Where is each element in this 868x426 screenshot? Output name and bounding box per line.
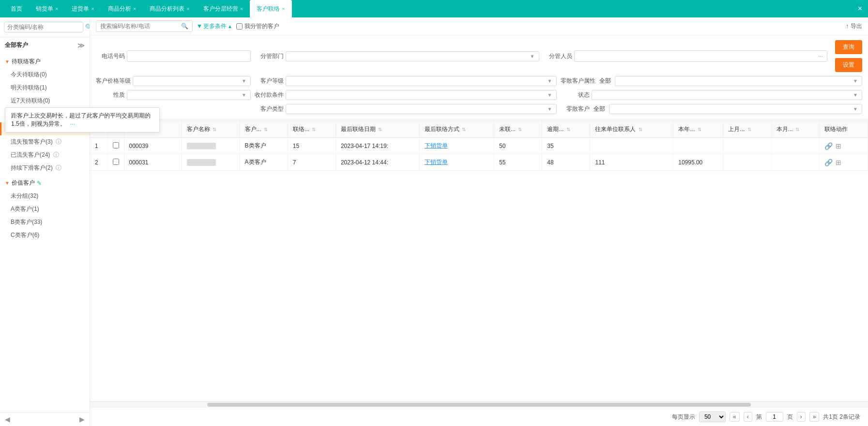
filter-search-input[interactable]	[100, 23, 181, 29]
col-method-sort[interactable]: ⇅	[462, 127, 466, 132]
row1-checkbox-cell[interactable]	[107, 138, 124, 154]
sidebar-value-edit-icon[interactable]: ✎	[37, 180, 42, 187]
col-this-month-sort[interactable]: ⇅	[795, 127, 799, 132]
phone-input[interactable]	[127, 50, 251, 62]
row1-checkbox[interactable]	[113, 142, 119, 148]
col-this-year: 本年... ⇅	[673, 121, 723, 138]
sidebar-pending-title[interactable]: ▼ 待联络客户	[0, 55, 90, 68]
col-overdue-sort[interactable]: ⇅	[566, 127, 570, 132]
sidebar-item-today-label: 今天待联络(0)	[11, 71, 47, 78]
row1-grid-icon[interactable]: ⊞	[836, 142, 841, 150]
prev-page-button[interactable]: ‹	[744, 412, 752, 422]
nav-product-analysis[interactable]: 商品分析 ×	[101, 0, 143, 17]
nav-product-list-label: 商品分析列表	[150, 5, 184, 13]
nav-sales[interactable]: 销货单 ×	[29, 0, 65, 17]
col-this-year-sort[interactable]: ⇅	[698, 127, 701, 132]
export-button[interactable]: ↑ 导出	[846, 22, 862, 30]
nav-sales-close[interactable]: ×	[55, 6, 58, 12]
row1-method-link[interactable]: 下销货单	[425, 142, 448, 149]
col-type-sort[interactable]: ⇅	[264, 127, 268, 132]
nav-customer-tier[interactable]: 客户分层经营 ×	[197, 0, 250, 17]
dept-label: 分管部门	[255, 52, 284, 60]
col-date-label: 最后联络日期	[341, 126, 376, 132]
my-customers-checkbox[interactable]	[236, 23, 243, 29]
row2-last-method[interactable]: 下销货单	[419, 154, 494, 171]
gender-chevron: ▼	[242, 92, 246, 98]
nav-product-list[interactable]: 商品分析列表 ×	[143, 0, 196, 17]
nav-purchase-close[interactable]: ×	[91, 6, 94, 12]
sidebar-scroll-left[interactable]: ◀	[5, 415, 10, 423]
gender-select[interactable]: ▼	[127, 90, 251, 100]
col-date-sort[interactable]: ⇅	[378, 127, 382, 132]
horizontal-scrollbar[interactable]	[90, 401, 868, 407]
filter-search-icon[interactable]: 🔍	[181, 23, 188, 29]
nav-product-analysis-close[interactable]: ×	[133, 6, 136, 12]
tooltip-box: 距客户上次交易时长，超过了此客户的平均交易周期的1.5倍，则视为异常。 ···	[90, 107, 160, 132]
nav-customer-contact-close[interactable]: ×	[282, 6, 285, 12]
more-conditions-button[interactable]: ▼ 更多条件 ▲	[197, 22, 232, 30]
sidebar-bottom: ◀ ▶	[0, 412, 90, 426]
nav-home[interactable]: 首页	[4, 0, 29, 17]
sidebar-collapse-button[interactable]: ≫	[77, 42, 85, 49]
sidebar-scroll-right[interactable]: ▶	[79, 415, 85, 423]
col-name-sort[interactable]: ⇅	[213, 127, 216, 132]
settings-button[interactable]: 设置	[835, 58, 862, 72]
sidebar-item-churned[interactable]: 已流失客户(24) ⓘ	[0, 148, 90, 162]
dept-select[interactable]: ▼	[286, 51, 539, 61]
sidebar-search-button[interactable]: 🔍	[85, 21, 90, 33]
customer-type-chevron: ▼	[548, 106, 552, 112]
my-customers-checkbox-area[interactable]: 我分管的客户	[236, 22, 279, 30]
row1-last-method[interactable]: 下销货单	[419, 138, 494, 154]
per-page-select[interactable]: 50 100 200	[699, 411, 726, 422]
retail-customer-select[interactable]: ▼	[609, 104, 863, 114]
sidebar-item-7days[interactable]: 近7天待联络(0)	[0, 94, 90, 107]
row2-contact-count: 7	[288, 154, 335, 171]
customer-grade-select[interactable]: ▼	[286, 76, 557, 86]
price-grade-select[interactable]: ▼	[133, 76, 251, 86]
sidebar-declining-label: 持续下滑客户(2)	[11, 164, 53, 171]
row2-index: 2	[90, 154, 107, 171]
row2-link-icon[interactable]: 🔗	[824, 159, 833, 166]
row2-grid-icon[interactable]: ⊞	[836, 159, 841, 166]
row2-method-link[interactable]: 下销货单	[425, 159, 448, 165]
sidebar-item-churn-warning[interactable]: 流失预警客户(3) ⓘ	[0, 135, 90, 148]
h-scroll-thumb[interactable]	[207, 403, 750, 407]
last-page-button[interactable]: »	[809, 412, 820, 422]
sidebar-item-class-b[interactable]: B类客户(33)	[0, 216, 90, 229]
row1-link-icon[interactable]: 🔗	[824, 142, 833, 150]
col-uncontacted-sort[interactable]: ⇅	[518, 127, 522, 132]
nav-customer-contact[interactable]: 客户联络 ×	[250, 0, 291, 17]
nav-customer-tier-close[interactable]: ×	[240, 6, 243, 12]
col-last-month-sort[interactable]: ⇅	[747, 127, 751, 132]
customer-type-select[interactable]: ▼	[286, 104, 557, 114]
payment-select[interactable]: ▼	[286, 90, 557, 100]
col-last-contact-date: 最后联络日期 ⇅	[335, 121, 419, 138]
col-person-sort[interactable]: ⇅	[639, 127, 642, 132]
filter-field-phone: 电话号码	[96, 50, 251, 62]
sidebar-item-ungrouped[interactable]: 未分组(32)	[0, 190, 90, 203]
status-select[interactable]: ▼	[592, 90, 863, 100]
page-input[interactable]	[766, 412, 783, 422]
query-button[interactable]: 查询	[835, 40, 862, 54]
row2-checkbox-cell[interactable]	[107, 154, 124, 171]
sidebar-item-class-c[interactable]: C类客户(6)	[0, 229, 90, 242]
customer-table: ⚙ 客户编码 ⇅ 客户名称 ⇅ 客户...	[90, 121, 868, 171]
sidebar-item-declining[interactable]: 持续下滑客户(2) ⓘ	[0, 162, 90, 175]
next-page-button[interactable]: ›	[797, 412, 806, 422]
sidebar-item-class-a[interactable]: A类客户(1)	[0, 203, 90, 216]
first-page-button[interactable]: «	[730, 412, 740, 422]
sidebar: 🔍 全部客户 ≫ ▼ 待联络客户 今天待联络(0) 明天待联络(1) 近7天	[0, 17, 90, 426]
sidebar-item-today[interactable]: 今天待联络(0)	[0, 68, 90, 81]
window-close-button[interactable]: ×	[858, 4, 862, 13]
manager-select[interactable]: ···	[574, 50, 828, 62]
nav-purchase[interactable]: 进货单 ×	[65, 0, 101, 17]
retail-attr-select[interactable]: ▼	[615, 76, 863, 86]
nav-product-list-close[interactable]: ×	[186, 6, 189, 12]
row2-this-year: 10995.00	[673, 154, 723, 171]
sidebar-item-tomorrow[interactable]: 明天待联络(1)	[0, 81, 90, 94]
total-records-label: 共1页 2条记录	[823, 413, 860, 421]
col-contact-sort[interactable]: ⇅	[312, 127, 316, 132]
sidebar-search-input[interactable]	[4, 22, 83, 32]
sidebar-value-group-title[interactable]: ▼ 价值客户 ✎	[0, 176, 90, 190]
row2-checkbox[interactable]	[113, 159, 119, 165]
